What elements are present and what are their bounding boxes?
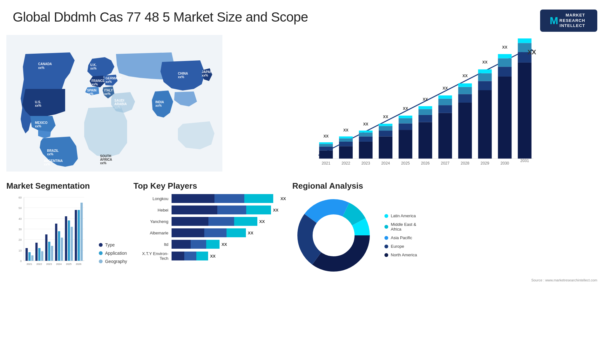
donut-chart-container (292, 194, 375, 277)
player-row-albemarle: Albemarle XX (133, 228, 286, 237)
regional-content: Latin America Middle East &Africa Asia P… (292, 194, 604, 277)
bar-label-2030: XX (502, 45, 508, 50)
y-label-20: 20 (18, 238, 22, 241)
player-bar-xty: XX (172, 252, 286, 260)
southafrica-label: SOUTH (100, 154, 111, 158)
bar-type-2022 (35, 243, 37, 261)
reg-label-north-america: North America (391, 253, 417, 257)
bar-seg1 (172, 252, 184, 260)
year-2031: 2031 (520, 158, 529, 163)
x-label-2023: 2023 (46, 263, 52, 266)
bar-app-2021 (28, 252, 30, 261)
bar-seg2 (184, 252, 196, 260)
svg-rect-31 (438, 95, 452, 98)
player-row-xty: X.T.Y Environ-Tech XX (133, 251, 286, 261)
svg-rect-27 (418, 106, 432, 109)
southafrica-label2: AFRICA (100, 158, 112, 161)
svg-rect-20 (399, 130, 412, 158)
mexico-value: xx% (35, 125, 41, 128)
svg-rect-24 (418, 122, 432, 158)
seg-chart-svg: 60 50 40 30 20 10 0 2021 2022 202 (6, 194, 92, 273)
bar-geo-2026 (80, 203, 83, 261)
svg-rect-4 (319, 151, 333, 159)
segmentation-section: Market Segmentation 60 50 40 30 (6, 181, 127, 282)
regional-legend: Latin America Middle East &Africa Asia P… (384, 213, 417, 257)
year-2030: 2030 (500, 161, 509, 165)
logo-text: MARKET RESEARCH INTELLECT (559, 13, 588, 29)
svg-rect-33 (458, 94, 472, 103)
argentina-value: xx% (44, 163, 50, 166)
legend-geography: Geography (99, 259, 127, 264)
bar-type-2024 (55, 224, 57, 261)
bar-seg2 (217, 206, 246, 214)
player-name-yancheng: Yancheng (133, 219, 168, 224)
bar-type-2026 (75, 210, 77, 261)
bar-type-2023 (45, 234, 47, 261)
reg-label-latin: Latin America (391, 213, 416, 218)
bar-label-2029: XX (482, 60, 488, 64)
map-section: CANADA xx% U.S. xx% MEXICO xx% BRAZIL xx… (6, 35, 222, 172)
year-2027: 2027 (441, 161, 450, 165)
bar-seg2 (204, 228, 227, 237)
y-label-0: 0 (20, 260, 22, 263)
logo-area: M MARKET RESEARCH INTELLECT (540, 10, 597, 32)
bar-seg2 (208, 217, 234, 226)
player-value-longkou: XX (281, 196, 286, 201)
bar-seg3 (234, 217, 257, 226)
italy-label: ITALY (104, 89, 113, 92)
bar-label-2021: XX (323, 134, 329, 138)
x-label-2022: 2022 (36, 263, 42, 266)
player-name-xty: X.T.Y Environ-Tech (133, 251, 168, 261)
source-text: Source : www.marketresearchintellect.com (292, 278, 604, 282)
segmentation-title: Market Segmentation (6, 181, 127, 191)
x-label-2026: 2026 (76, 263, 81, 266)
x-label-2025: 2025 (66, 263, 71, 266)
year-2021: 2021 (322, 161, 330, 165)
bar-label-2026: XX (423, 97, 428, 102)
svg-rect-42 (498, 58, 512, 67)
spain-value: xx% (87, 92, 93, 96)
svg-rect-41 (498, 67, 512, 77)
seg-chart: 60 50 40 30 20 10 0 2021 2022 202 (6, 194, 92, 273)
legend-geo-label: Geography (105, 259, 127, 264)
bar-seg3 (244, 194, 273, 203)
svg-rect-26 (418, 109, 432, 115)
reg-legend-asia: Asia Pacific (384, 235, 417, 240)
players-section: Top Key Players Longkou XX Hebei (133, 181, 286, 282)
x-label-2024: 2024 (56, 263, 62, 266)
reg-legend-mea: Middle East &Africa (384, 222, 417, 232)
legend-app-label: Application (105, 251, 127, 256)
svg-rect-43 (498, 54, 512, 58)
logo-letter: M (550, 15, 558, 27)
japan-label: JAPAN (202, 70, 212, 74)
bar-app-2026 (78, 210, 80, 261)
y-label-10: 10 (18, 249, 22, 252)
legend-app-dot (99, 251, 103, 255)
svg-rect-39 (478, 69, 492, 73)
reg-legend-latin: Latin America (384, 213, 417, 218)
player-value-albemarle: XX (248, 231, 253, 235)
reg-dot-asia (384, 236, 388, 240)
player-row-hebei: Hebei XX (133, 206, 286, 214)
player-row-ltd: ltd XX (133, 240, 286, 249)
player-bar-ltd: XX (172, 240, 286, 249)
player-row-longkou: Longkou XX (133, 194, 286, 203)
svg-rect-40 (498, 77, 512, 158)
svg-rect-37 (478, 81, 492, 90)
legend-type: Type (99, 242, 127, 247)
svg-rect-12 (359, 142, 373, 158)
player-bar-yancheng: XX (172, 217, 286, 226)
header: Global Dbdmh Cas 77 48 5 Market Size and… (0, 0, 610, 35)
year-2023: 2023 (361, 161, 370, 165)
regional-section: Regional Analysis (292, 181, 604, 282)
svg-rect-30 (438, 99, 452, 105)
bar-seg3 (227, 228, 246, 237)
svg-rect-44 (518, 63, 532, 158)
player-value-yancheng: XX (259, 219, 265, 224)
bar-seg1 (172, 240, 191, 249)
svg-rect-23 (399, 116, 412, 118)
year-2024: 2024 (381, 161, 390, 165)
regional-title: Regional Analysis (292, 181, 604, 191)
japan-value: xx% (202, 74, 208, 77)
mexico-label: MEXICO (35, 121, 48, 125)
